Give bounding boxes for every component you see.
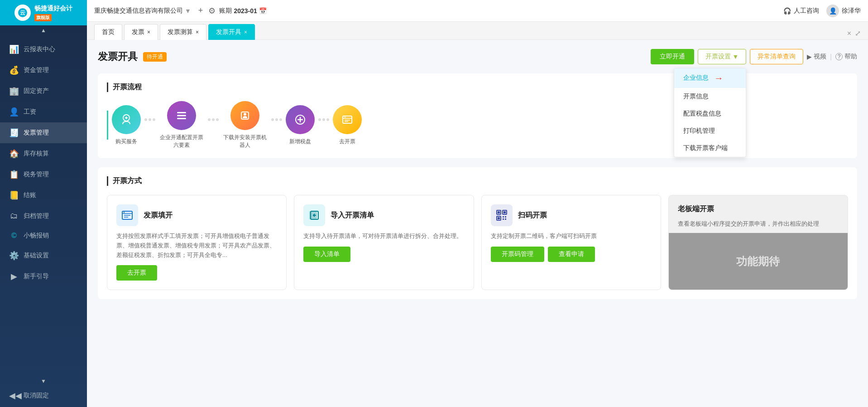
period-value: 2023-01	[234, 7, 257, 15]
title-actions: 立即开通 开票设置 ▼ 企业信息 → 开票信息	[651, 49, 858, 64]
sidebar-item-unpin[interactable]: ◀◀ 取消固定	[0, 386, 87, 405]
methods-section: 开票方式 发票填开 支持按照发票样式手工填开发票；可开具增值税电子普通发票、增值…	[98, 167, 857, 299]
scan-btn-2[interactable]: 查看申请	[548, 247, 595, 262]
sidebar-item-expense[interactable]: © 小畅报销	[0, 226, 87, 245]
boss-title: 老板端开票	[678, 204, 714, 214]
support-link[interactable]: 🎧 人工咨询	[783, 7, 819, 15]
period-calendar-icon[interactable]: 📅	[259, 7, 267, 15]
svg-point-7	[244, 113, 246, 116]
video-button[interactable]: ▶ 视频	[807, 53, 826, 61]
exception-list-button[interactable]: 异常清单查询	[750, 49, 803, 64]
import-btn[interactable]: 导入清单	[303, 247, 350, 262]
scroll-up-arrow[interactable]: ▲	[0, 25, 87, 35]
logo-title: 畅捷通好会计	[34, 5, 72, 13]
page-content: 发票开具 待开通 立即开通 开票设置 ▼ 企业信息 →	[87, 40, 868, 407]
settings-dropdown-container: 开票设置 ▼ 企业信息 → 开票信息 配置税盘信息	[698, 49, 747, 64]
funds-icon: 💰	[9, 65, 19, 75]
method-card-boss: 老板端开票 查看老板端小程序提交的开票申请，并作出相应的处理 功能期待	[668, 195, 848, 290]
scan-desc: 支持定制开票二维码，客户端可扫码开票	[491, 232, 652, 241]
sidebar-item-label: 固定资产	[24, 87, 49, 95]
tabs-bar: 首页 发票 × 发票测算 × 发票开具 × × ⤢	[87, 22, 868, 40]
svg-rect-9	[343, 116, 352, 123]
sidebar-item-reports[interactable]: 📊 云报表中心	[0, 39, 87, 60]
method-header-scan: 扫码开票	[491, 204, 652, 226]
flow-label-3: 下载并安装开票机器人	[222, 134, 268, 149]
flow-step-3: 下载并安装开票机器人	[222, 101, 268, 149]
sidebar-item-settlement[interactable]: 📒 结账	[0, 185, 87, 206]
settings-chevron-icon: ▼	[733, 53, 739, 60]
dropdown-item-invoice-info[interactable]: 开票信息	[674, 88, 746, 105]
flow-dots-1	[144, 118, 155, 132]
sidebar-item-label: 新手引导	[24, 272, 49, 281]
sidebar-item-archive[interactable]: 🗂 归档管理	[0, 206, 87, 226]
scan-btn-1[interactable]: 开票码管理	[491, 247, 544, 262]
svg-rect-30	[505, 218, 506, 220]
sidebar-item-guide[interactable]: ▶ 新手引导	[0, 266, 87, 287]
sidebar-item-inventory[interactable]: 🏠 库存核算	[0, 143, 87, 164]
settings-gear-icon[interactable]: ⚙	[208, 6, 216, 16]
sidebar-item-label: 库存核算	[24, 150, 49, 158]
help-button[interactable]: ? 帮助	[835, 53, 857, 61]
assets-icon: 🏢	[9, 86, 19, 96]
company-dropdown-icon[interactable]: ▼	[185, 7, 191, 15]
scan-title: 扫码开票	[518, 211, 547, 220]
scroll-down-arrow[interactable]: ▼	[0, 376, 87, 386]
method-card-import: 导入开票清单 支持导入待开票清单，可对待开票清单进行拆分、合并处理。 导入清单	[294, 195, 474, 290]
sidebar-item-funds[interactable]: 💰 资金管理	[0, 60, 87, 81]
help-label: 帮助	[844, 53, 857, 61]
header-right: 🎧 人工咨询 👤 徐泽华	[783, 5, 861, 17]
sidebar-item-tax[interactable]: 📋 税务管理	[0, 164, 87, 185]
add-company-icon[interactable]: +	[198, 6, 203, 15]
dropdown-label: 打印机管理	[683, 127, 715, 134]
dropdown-item-download-client[interactable]: 下载开票客户端	[674, 140, 746, 157]
sidebar-item-payroll[interactable]: 👤 工资	[0, 102, 87, 122]
svg-rect-24	[498, 211, 500, 213]
sidebar-item-invoice[interactable]: 🧾 发票管理	[0, 122, 87, 143]
flow-label-1: 购买服务	[115, 138, 137, 145]
settings-button[interactable]: 开票设置 ▼	[698, 49, 747, 64]
tab-invoice[interactable]: 发票 ×	[124, 24, 158, 40]
main-area: 重庆畅捷交通信息咨询有限公司 ▼ + ⚙ 账期 2023-01 📅 🎧 人工咨询…	[87, 0, 868, 407]
fill-title: 发票填开	[144, 211, 173, 220]
flow-step-1: 购买服务	[112, 105, 141, 145]
sidebar-logo: 云 畅捷通好会计 旗舰版	[0, 0, 87, 25]
dropdown-label: 下载开票客户端	[683, 144, 728, 151]
company-selector[interactable]: 重庆畅捷交通信息咨询有限公司 ▼	[94, 7, 191, 15]
flow-step-2: 企业开通配置开票六要素	[159, 101, 204, 149]
tab-invoice-issue[interactable]: 发票开具 ×	[208, 24, 255, 40]
dropdown-item-printer[interactable]: 打印机管理	[674, 122, 746, 140]
flow-dots-2	[208, 118, 219, 132]
tab-invoice-label: 发票	[132, 28, 144, 36]
tab-close-all-icon[interactable]: ×	[847, 29, 851, 38]
svg-rect-3	[177, 112, 186, 113]
svg-rect-27	[503, 216, 504, 218]
tab-home[interactable]: 首页	[94, 24, 122, 40]
fill-btn[interactable]: 去开票	[116, 265, 157, 281]
user-avatar: 👤	[826, 5, 839, 17]
user-profile[interactable]: 👤 徐泽华	[826, 5, 861, 17]
tab-calculator[interactable]: 发票测算 ×	[160, 24, 206, 40]
svg-rect-26	[498, 217, 500, 219]
play-icon: ▶	[807, 53, 812, 60]
tab-expand-icon[interactable]: ⤢	[855, 29, 861, 38]
methods-section-title: 开票方式	[107, 176, 848, 186]
invoice-icon: 🧾	[9, 128, 19, 138]
flow-step-5: 去开票	[333, 105, 362, 145]
red-arrow-icon: →	[714, 73, 723, 83]
tab-invoice-issue-close[interactable]: ×	[244, 29, 247, 35]
dropdown-label: 配置税盘信息	[683, 110, 721, 117]
activate-button[interactable]: 立即开通	[651, 49, 694, 64]
dropdown-item-tax-disk[interactable]: 配置税盘信息	[674, 105, 746, 122]
dropdown-item-company-info[interactable]: 企业信息 →	[674, 68, 746, 88]
page-title-bar: 发票开具 待开通 立即开通 开票设置 ▼ 企业信息 →	[98, 49, 857, 64]
tab-calculator-close[interactable]: ×	[196, 29, 199, 35]
sidebar-item-settings[interactable]: ⚙️ 基础设置	[0, 245, 87, 266]
tab-invoice-close[interactable]: ×	[147, 29, 150, 35]
page-title: 发票开具	[98, 50, 138, 63]
sidebar-item-assets[interactable]: 🏢 固定资产	[0, 81, 87, 102]
page-title-group: 发票开具 待开通	[98, 50, 167, 63]
sidebar-bottom: ▼ ◀◀ 取消固定	[0, 373, 87, 407]
svg-rect-5	[177, 118, 186, 119]
sidebar-item-label: 基础设置	[24, 252, 49, 260]
flow-icon-3	[230, 101, 259, 130]
